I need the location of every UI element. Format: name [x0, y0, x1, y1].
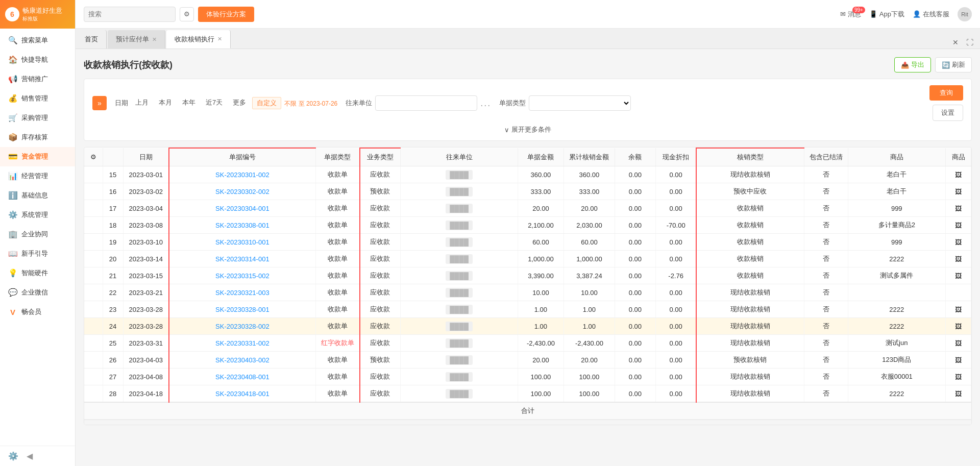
tab-home[interactable]: 首页	[77, 30, 107, 48]
sidebar-item-label: 快捷导航	[21, 55, 48, 64]
sidebar-item-inventory[interactable]: 📦 库存核算	[0, 128, 75, 147]
table-cell[interactable]: SK-20230408-001	[169, 369, 315, 385]
bill-no-link[interactable]: SK-20230403-002	[215, 356, 270, 364]
sidebar-item-enterprise[interactable]: 🏢 企业协同	[0, 225, 75, 244]
partner-input[interactable]	[375, 95, 477, 111]
col-header-bill-type[interactable]: 单据类型	[315, 148, 360, 166]
filter-settings-button[interactable]: 设置	[933, 105, 963, 121]
sidebar-item-finance[interactable]: 💳 资金管理	[0, 147, 75, 166]
date-opt-last-month[interactable]: 上月	[131, 97, 153, 109]
bill-no-link[interactable]: SK-20230302-002	[215, 188, 270, 195]
tab-write-off-close[interactable]: ✕	[217, 36, 222, 42]
sidebar-item-guide[interactable]: 📖 新手引导	[0, 244, 75, 263]
table-cell: 测试多属件	[848, 267, 945, 284]
settings-icon[interactable]: ⚙️	[8, 451, 18, 461]
col-header-amount[interactable]: 单据金额	[518, 148, 564, 166]
app-download-button[interactable]: 📱 App下载	[869, 10, 904, 19]
col-header-inc-settled[interactable]: 包含已结清	[804, 148, 848, 166]
table-cell[interactable]: SK-20230304-001	[169, 200, 315, 217]
bill-type-select[interactable]	[529, 95, 631, 111]
col-header-biz-type[interactable]: 业务类型	[360, 148, 401, 166]
date-opt-this-month[interactable]: 本月	[155, 97, 176, 109]
bill-no-link[interactable]: SK-20230314-001	[215, 255, 270, 263]
col-header-wo-type[interactable]: 核销类型	[696, 148, 804, 166]
col-header-partner[interactable]: 往来单位	[401, 148, 518, 166]
table-cell[interactable]: SK-20230331-002	[169, 335, 315, 352]
refresh-button[interactable]: 🔄 刷新	[935, 57, 972, 72]
col-header-bill-no[interactable]: 单据编号	[169, 148, 315, 166]
col-header-goods[interactable]: 商品	[848, 148, 945, 166]
sidebar-item-member[interactable]: V 畅会员	[0, 302, 75, 322]
table-cell: 2023-04-18	[123, 385, 169, 403]
col-header-balance[interactable]: 余额	[615, 148, 655, 166]
bill-no-link[interactable]: SK-20230328-001	[215, 306, 270, 313]
date-opt-more[interactable]: 更多	[229, 97, 250, 109]
bill-no-link[interactable]: SK-20230301-002	[215, 171, 270, 179]
close-tab-button[interactable]: ✕	[949, 36, 962, 48]
tab-pre-receivable[interactable]: 预计应付单 ✕	[108, 30, 165, 48]
solution-button[interactable]: 体验行业方案	[198, 7, 254, 22]
col-header-icon[interactable]: ⚙	[84, 148, 103, 166]
sidebar-item-purchase[interactable]: 🛒 采购管理	[0, 108, 75, 128]
table-cell[interactable]: SK-20230302-002	[169, 183, 315, 200]
table-cell	[84, 183, 103, 200]
bill-no-link[interactable]: SK-20230418-001	[215, 390, 270, 398]
sidebar-item-system[interactable]: ⚙️ 系统管理	[0, 205, 75, 225]
col-header-thumb[interactable]: 商品	[946, 148, 971, 166]
bill-no-link[interactable]: SK-20230331-002	[215, 339, 270, 347]
sidebar-item-search[interactable]: 🔍 搜索菜单	[0, 31, 75, 50]
messages-button[interactable]: ✉ 消息 99+	[840, 10, 861, 19]
table-cell: 20.00	[564, 352, 615, 369]
search-input[interactable]	[84, 7, 176, 22]
sidebar-item-quick-nav[interactable]: 🏠 快捷导航	[0, 50, 75, 69]
table-cell: 0.00	[615, 267, 655, 284]
table-cell[interactable]: SK-20230310-001	[169, 234, 315, 251]
expand-more-button[interactable]: ∨ 展开更多条件	[504, 125, 551, 134]
bill-no-link[interactable]: SK-20230321-003	[215, 289, 270, 297]
table-cell[interactable]: SK-20230328-001	[169, 301, 315, 318]
bill-no-link[interactable]: SK-20230310-001	[215, 238, 270, 246]
date-opt-this-year[interactable]: 本年	[178, 97, 200, 109]
sidebar-item-operation[interactable]: 📊 经营管理	[0, 166, 75, 186]
sidebar-item-hardware[interactable]: 💡 智能硬件	[0, 263, 75, 283]
col-header-write-off[interactable]: 累计核销金额	[564, 148, 615, 166]
filter-expand-button[interactable]: »	[92, 96, 107, 110]
sidebar-item-sales[interactable]: 💰 销售管理	[0, 89, 75, 108]
settings-gear-button[interactable]: ⚙	[180, 7, 194, 21]
table-cell[interactable]: SK-20230403-002	[169, 352, 315, 369]
bill-no-link[interactable]: SK-20230315-002	[215, 272, 270, 280]
sidebar-item-basic[interactable]: ℹ️ 基础信息	[0, 186, 75, 205]
bill-no-link[interactable]: SK-20230308-001	[215, 222, 270, 229]
table-cell[interactable]: SK-20230321-003	[169, 284, 315, 301]
table-cell: 2023-03-31	[123, 335, 169, 352]
query-button[interactable]: 查询	[929, 85, 963, 101]
sidebar-item-label: 销售管理	[21, 94, 48, 103]
tab-write-off[interactable]: 收款核销执行 ✕	[166, 30, 231, 48]
online-service-button[interactable]: 👤 在线客服	[913, 10, 949, 19]
maximize-tab-button[interactable]: ⛶	[964, 36, 976, 48]
sidebar-item-wechat[interactable]: 💬 企业微信	[0, 283, 75, 302]
export-button[interactable]: 📤 导出	[894, 57, 931, 72]
bill-no-link[interactable]: SK-20230304-001	[215, 205, 270, 212]
table-cell[interactable]: SK-20230308-001	[169, 217, 315, 234]
col-header-cash-disc[interactable]: 现金折扣	[655, 148, 696, 166]
guide-icon: 📖	[8, 249, 17, 258]
table-cell[interactable]: SK-20230328-002	[169, 318, 315, 335]
sidebar-item-marketing[interactable]: 📢 营销推广	[0, 69, 75, 89]
collapse-icon[interactable]: ◀	[27, 451, 33, 461]
table-cell[interactable]: SK-20230314-001	[169, 251, 315, 267]
table-cell: 2,100.00	[518, 217, 564, 234]
table-scrollbar[interactable]	[84, 420, 971, 425]
date-opt-7days[interactable]: 近7天	[202, 97, 227, 109]
sidebar-item-label: 系统管理	[21, 210, 48, 219]
table-cell	[84, 301, 103, 318]
tab-pre-receivable-close[interactable]: ✕	[152, 36, 157, 43]
bill-no-link[interactable]: SK-20230408-001	[215, 373, 270, 381]
table-cell[interactable]: SK-20230315-002	[169, 267, 315, 284]
bill-no-link[interactable]: SK-20230328-002	[215, 323, 270, 330]
table-cell[interactable]: SK-20230418-001	[169, 385, 315, 403]
user-avatar[interactable]: Rit	[958, 7, 972, 21]
col-header-date[interactable]: 日期	[123, 148, 169, 166]
date-opt-custom[interactable]: 自定义	[252, 97, 281, 109]
table-cell[interactable]: SK-20230301-002	[169, 166, 315, 183]
